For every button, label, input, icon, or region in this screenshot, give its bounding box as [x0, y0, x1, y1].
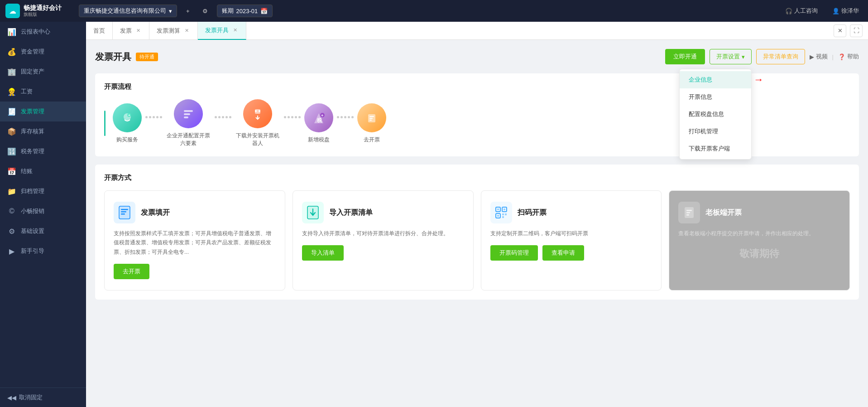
tab-label: 发票 — [120, 27, 132, 35]
header-actions: 立即开通 开票设置 ▾ 企业信息 → — [665, 49, 859, 64]
svg-rect-34 — [686, 214, 689, 216]
user-menu[interactable]: 👤 徐泽华 — [829, 5, 863, 17]
calendar-icon: 📅 — [7, 167, 16, 176]
tab-close-fapiaocesuan[interactable]: ✕ — [183, 27, 190, 34]
sidebar-item-label: 结账 — [21, 167, 33, 175]
svg-rect-32 — [686, 210, 692, 211]
headset-icon: 🎧 — [785, 8, 792, 15]
qrcode-manage-button[interactable]: 开票码管理 — [490, 245, 538, 261]
svg-rect-17 — [119, 206, 130, 219]
sidebar-footer-cancel[interactable]: ◀◀ 取消固定 — [0, 388, 86, 407]
tab-close-fapiao[interactable]: ✕ — [134, 27, 142, 34]
svg-text:+: + — [128, 113, 130, 117]
sidebar-item-xiaochang[interactable]: © 小畅报销 — [0, 201, 86, 221]
page-title-row: 发票开具 待开通 — [95, 51, 158, 63]
method-actions-import: 导入清单 — [302, 245, 464, 261]
sidebar-item-fapiao[interactable]: 🧾 发票管理 — [0, 102, 86, 121]
logo-icon: ☁ — [5, 4, 20, 18]
sidebar-item-yunbao[interactable]: 📊 云报表中心 — [0, 22, 86, 42]
tab-fapiao[interactable]: 发票 ✕ — [113, 22, 149, 40]
flow-step-buy: + 购买服务 — [113, 103, 142, 144]
svg-rect-27 — [497, 215, 499, 217]
logo-area: ☁ 畅捷通好会计 旗舰版 — [5, 4, 73, 18]
tab-extras: ✕ ⛶ — [834, 24, 868, 37]
abnormal-list-button[interactable]: 异常清单查询 — [756, 49, 805, 64]
box-icon: 📦 — [7, 127, 16, 136]
copyright-icon: © — [7, 207, 16, 216]
step-icon-download — [243, 99, 272, 128]
support-button[interactable]: 🎧 人工咨询 — [782, 5, 821, 17]
method-desc-import: 支持导入待开票清单，可对待开票清单进行拆分、合并处理。 — [302, 229, 464, 238]
sidebar-item-kucun[interactable]: 📦 库存核算 — [0, 121, 86, 141]
top-bar: ☁ 畅捷通好会计 旗舰版 重庆畅捷交通信息咨询有限公司 ▾ + ⚙ 账期 202… — [0, 0, 868, 22]
help-button[interactable]: ❓ 帮助 — [838, 53, 859, 61]
period-badge[interactable]: 账期 2023-01 📅 — [217, 5, 273, 17]
view-apply-button[interactable]: 查看申请 — [542, 245, 584, 261]
step-icon-openinvoice — [357, 103, 386, 132]
settings-button[interactable]: 开票设置 ▾ — [710, 49, 752, 64]
tab-home[interactable]: 首页 — [86, 22, 113, 40]
svg-rect-33 — [686, 212, 690, 213]
tab-fapiaokaiqu[interactable]: 发票开具 ✕ — [198, 22, 246, 40]
tab-bar: 首页 发票 ✕ 发票测算 ✕ 发票开具 ✕ ✕ ⛶ — [86, 22, 868, 40]
settings-dropdown-wrap: 开票设置 ▾ 企业信息 → 开票信息 — [710, 49, 752, 64]
method-card-fill: 发票填开 支持按照发票样式手工填开发票；可开具增值税电子普通发票、增值税普通发票… — [104, 190, 285, 291]
video-button[interactable]: ▶ 视频 — [810, 53, 828, 61]
sidebar-item-label: 小畅报销 — [21, 207, 44, 215]
dropdown-item-peizhi[interactable]: 配置税盘信息 — [680, 106, 751, 123]
tab-close-fapiaokaiqu[interactable]: ✕ — [231, 27, 239, 34]
sidebar-item-jichushezhi[interactable]: ⚙ 基础设置 — [0, 221, 86, 241]
sidebar-item-guidang[interactable]: 📁 归档管理 — [0, 181, 86, 201]
sidebar-item-label: 归档管理 — [21, 187, 44, 195]
tab-fapiaocesuan[interactable]: 发票测算 ✕ — [149, 22, 198, 40]
plus-icon: + — [186, 8, 190, 15]
settings-dropdown-menu: 企业信息 → 开票信息 配置税盘信息 打印机管理 — [679, 69, 752, 160]
money-icon: 💰 — [7, 47, 16, 56]
flow-step-config: 企业开通配置开票六要素 — [166, 99, 211, 147]
fill-icon — [114, 202, 135, 223]
import-icon — [302, 202, 324, 223]
tab-close-all-button[interactable]: ✕ — [834, 24, 846, 37]
dropdown-item-kaipiao[interactable]: 开票信息 — [680, 88, 751, 106]
sidebar-item-shuiwu[interactable]: 🔢 税务管理 — [0, 141, 86, 161]
settings-button[interactable]: ⚙ — [199, 6, 211, 16]
scan-icon — [490, 202, 512, 223]
sidebar-item-xinyinyindao[interactable]: ▶ 新手引导 — [0, 241, 86, 261]
company-selector[interactable]: 重庆畅捷交通信息咨询有限公司 ▾ — [79, 5, 177, 17]
svg-rect-29 — [505, 213, 507, 215]
method-card-fill-header: 发票填开 — [114, 202, 276, 223]
method-card-boss-header: 老板端开票 — [678, 202, 840, 223]
methods-section-title: 开票方式 — [104, 174, 850, 182]
dropdown-item-dayinji[interactable]: 打印机管理 — [680, 123, 751, 140]
svg-text:税: 税 — [317, 117, 322, 123]
sidebar-item-gongzi[interactable]: 👷 工资 — [0, 82, 86, 102]
sidebar-item-label: 工资 — [21, 87, 33, 96]
activate-button[interactable]: 立即开通 — [665, 49, 705, 64]
dropdown-item-xiazai[interactable]: 下载开票客户端 — [680, 140, 751, 157]
sidebar-item-label: 基础设置 — [21, 227, 44, 235]
method-cards: 发票填开 支持按照发票样式手工填开发票；可开具增值税电子普通发票、增值税普通发票… — [104, 190, 850, 291]
video-label: 视频 — [816, 53, 828, 61]
go-invoice-button[interactable]: 去开票 — [114, 264, 149, 279]
flow-step-addtax: 税+ 新增税盘 — [304, 103, 333, 144]
tab-label: 发票测算 — [157, 27, 180, 35]
building-icon: 🏢 — [7, 67, 16, 76]
step-icon-config — [174, 99, 203, 128]
flow-step-openinvoice: 去开票 — [357, 103, 386, 144]
help-label: 帮助 — [847, 53, 859, 61]
logo-title: 畅捷通好会计 — [24, 4, 62, 12]
sidebar-item-jiezhang[interactable]: 📅 结账 — [0, 161, 86, 181]
svg-rect-30 — [502, 216, 504, 218]
dropdown-item-label: 打印机管理 — [689, 128, 718, 135]
import-list-button[interactable]: 导入清单 — [302, 245, 344, 261]
tab-maximize-button[interactable]: ⛶ — [850, 24, 863, 37]
dropdown-item-qiye[interactable]: 企业信息 → — [680, 71, 751, 88]
step-label-config: 企业开通配置开票六要素 — [166, 132, 211, 147]
svg-rect-28 — [502, 213, 504, 215]
svg-rect-4 — [184, 113, 190, 115]
method-title-scan: 扫码开票 — [518, 208, 547, 218]
sidebar-item-gudingzichan[interactable]: 🏢 固定资产 — [0, 62, 86, 82]
sidebar-item-zijin[interactable]: 💰 资金管理 — [0, 42, 86, 62]
add-button[interactable]: + — [182, 6, 193, 16]
main-area: 📊 云报表中心 💰 资金管理 🏢 固定资产 👷 工资 🧾 发票管理 📦 — [0, 22, 868, 407]
